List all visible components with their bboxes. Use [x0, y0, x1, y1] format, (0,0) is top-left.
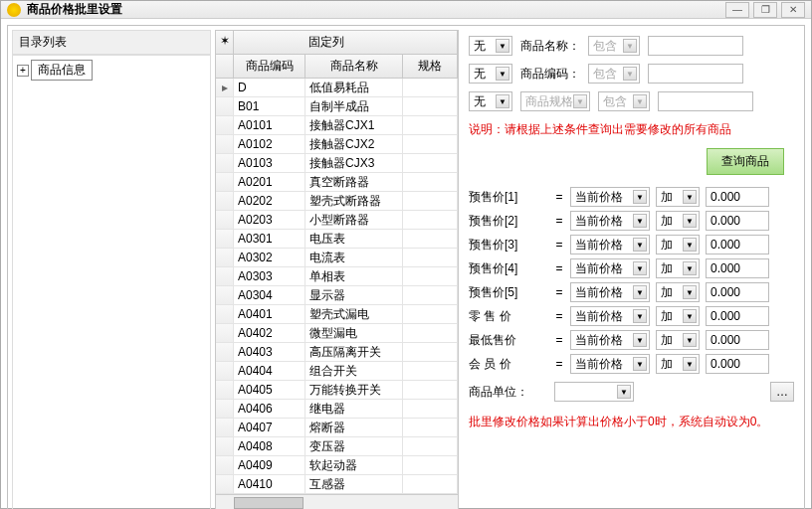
cell-name: 组合开关	[305, 362, 403, 380]
cell-spec	[403, 135, 458, 153]
app-icon	[7, 3, 21, 17]
table-row[interactable]: A0401塑壳式漏电	[216, 305, 458, 324]
grid-body[interactable]: ▸D低值易耗品B01自制半成品A0101接触器CJX1A0102接触器CJX2A…	[216, 79, 458, 494]
table-row[interactable]: A0301电压表	[216, 230, 458, 249]
chevron-down-icon: ▼	[683, 261, 697, 275]
price-label: 零 售 价	[469, 308, 548, 325]
cell-spec	[403, 475, 458, 493]
price-value-input[interactable]	[706, 330, 769, 350]
price-base-select[interactable]: 当前价格▼	[570, 330, 650, 350]
price-value-input[interactable]	[706, 282, 769, 302]
price-value-input[interactable]	[706, 354, 769, 374]
table-row[interactable]: A0404组合开关	[216, 362, 458, 381]
price-value-input[interactable]	[706, 235, 769, 254]
chevron-down-icon: ▼	[573, 94, 587, 108]
price-label: 最低售价	[469, 332, 548, 349]
table-row[interactable]: A0303单相表	[216, 267, 458, 286]
price-op-select[interactable]: 加▼	[656, 187, 700, 207]
chevron-down-icon: ▼	[633, 214, 647, 228]
table-row[interactable]: A0202塑壳式断路器	[216, 192, 458, 211]
chevron-down-icon: ▼	[683, 309, 697, 323]
query-button[interactable]: 查询商品	[707, 148, 784, 175]
equals-sign: =	[554, 238, 564, 252]
filter3-op-select[interactable]: 包含▼	[598, 91, 650, 111]
price-op-select[interactable]: 加▼	[656, 282, 700, 302]
price-op-select[interactable]: 加▼	[656, 258, 700, 278]
maximize-button[interactable]: ❐	[753, 2, 777, 18]
table-row[interactable]: B01自制半成品	[216, 97, 458, 116]
table-row[interactable]: A0203小型断路器	[216, 211, 458, 230]
tree-root-label: 商品信息	[31, 60, 93, 81]
row-marker-sub	[216, 55, 234, 78]
close-button[interactable]: ✕	[781, 2, 805, 18]
price-label: 预售价[2]	[469, 213, 548, 230]
cell-code: A0203	[234, 211, 305, 229]
table-row[interactable]: A0201真空断路器	[216, 173, 458, 192]
table-row[interactable]: A0408变压器	[216, 437, 458, 456]
filter1-op-select[interactable]: 包含▼	[588, 36, 640, 56]
cell-code: A0408	[234, 437, 305, 455]
scrollbar-thumb[interactable]	[234, 497, 304, 509]
tree-root-node[interactable]: + 商品信息	[17, 60, 206, 81]
table-row[interactable]: A0103接触器CJX3	[216, 154, 458, 173]
chevron-down-icon: ▼	[683, 214, 697, 228]
price-base-select[interactable]: 当前价格▼	[570, 187, 650, 207]
price-op-select[interactable]: 加▼	[656, 306, 700, 326]
filter2-op-select[interactable]: 包含▼	[588, 64, 640, 84]
horizontal-scrollbar[interactable]	[216, 494, 458, 509]
filter3-label-select[interactable]: 商品规格▼	[520, 91, 590, 111]
price-base-select[interactable]: 当前价格▼	[570, 354, 650, 374]
table-row[interactable]: A0410互感器	[216, 475, 458, 494]
cell-name: 微型漏电	[305, 324, 403, 342]
unit-select[interactable]: ▼	[554, 382, 634, 402]
table-row[interactable]: A0302电流表	[216, 249, 458, 267]
chevron-down-icon: ▼	[683, 333, 697, 347]
col-name[interactable]: 商品名称	[305, 55, 403, 78]
filter3-logic-select[interactable]: 无▼	[469, 91, 512, 111]
table-row[interactable]: A0409软起动器	[216, 456, 458, 475]
price-value-input[interactable]	[706, 306, 769, 326]
filter1-logic-select[interactable]: 无▼	[469, 36, 512, 56]
price-label: 预售价[3]	[469, 237, 548, 254]
cell-name: 软起动器	[305, 456, 403, 474]
table-row[interactable]: A0402微型漏电	[216, 324, 458, 343]
table-row[interactable]: A0406继电器	[216, 400, 458, 419]
cell-name: 变压器	[305, 437, 403, 455]
price-base-select[interactable]: 当前价格▼	[570, 306, 650, 326]
price-base-select[interactable]: 当前价格▼	[570, 211, 650, 231]
row-marker	[216, 249, 234, 266]
filter2-label: 商品编码：	[520, 66, 580, 83]
table-row[interactable]: A0407熔断器	[216, 419, 458, 437]
price-value-input[interactable]	[706, 258, 769, 278]
col-spec[interactable]: 规格	[403, 55, 458, 78]
price-op-select[interactable]: 加▼	[656, 235, 700, 254]
price-value-input[interactable]	[706, 187, 769, 207]
price-value-input[interactable]	[706, 211, 769, 231]
chevron-down-icon: ▼	[633, 190, 647, 204]
cell-code: D	[234, 79, 305, 96]
price-base-select[interactable]: 当前价格▼	[570, 235, 650, 254]
tree-body: + 商品信息	[12, 55, 211, 509]
filter1-input[interactable]	[648, 36, 743, 56]
price-base-select[interactable]: 当前价格▼	[570, 282, 650, 302]
expand-icon[interactable]: +	[17, 65, 29, 77]
price-op-select[interactable]: 加▼	[656, 354, 700, 374]
col-code[interactable]: 商品编码	[234, 55, 305, 78]
filter3-input[interactable]	[658, 91, 753, 111]
filter2-input[interactable]	[648, 64, 743, 84]
chevron-down-icon: ▼	[633, 333, 647, 347]
table-row[interactable]: A0403高压隔离开关	[216, 343, 458, 362]
table-row[interactable]: A0405万能转换开关	[216, 381, 458, 400]
table-row[interactable]: A0304显示器	[216, 286, 458, 305]
cell-name: 塑壳式漏电	[305, 305, 403, 323]
table-row[interactable]: A0101接触器CJX1	[216, 116, 458, 135]
minimize-button[interactable]: —	[725, 2, 749, 18]
filter2-logic-select[interactable]: 无▼	[469, 64, 512, 84]
fixed-col-header[interactable]: 固定列	[234, 31, 418, 54]
price-op-select[interactable]: 加▼	[656, 330, 700, 350]
unit-browse-button[interactable]: …	[770, 382, 794, 402]
table-row[interactable]: A0102接触器CJX2	[216, 135, 458, 154]
price-base-select[interactable]: 当前价格▼	[570, 258, 650, 278]
table-row[interactable]: ▸D低值易耗品	[216, 79, 458, 97]
price-op-select[interactable]: 加▼	[656, 211, 700, 231]
